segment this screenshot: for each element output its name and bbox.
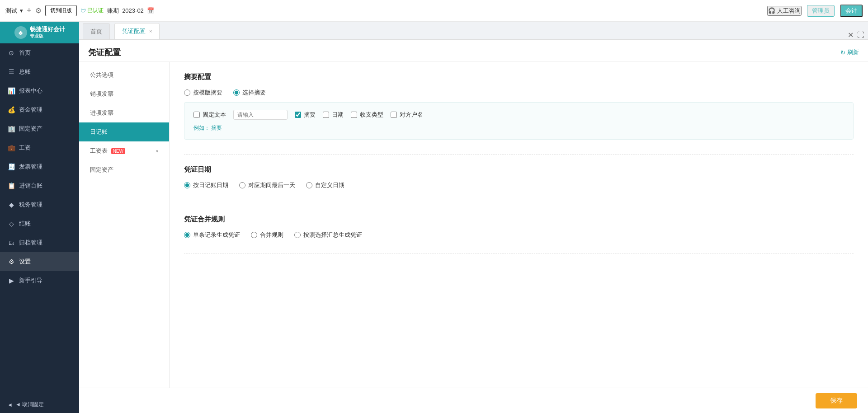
- radio-journal-date-input[interactable]: [184, 182, 190, 188]
- sidebar-item-fund[interactable]: 💰 资金管理: [0, 100, 79, 119]
- sidebar-item-settings[interactable]: ⚙ 设置: [0, 252, 79, 271]
- sidebar-item-invoice[interactable]: 🧾 发票管理: [0, 157, 79, 176]
- config-nav: 公共选项 销项发票 进项发票 日记账 工资表 NEW: [79, 62, 170, 388]
- radio-select-summary[interactable]: 按照选择汇总生成凭证: [294, 231, 362, 239]
- sidebar-item-guide[interactable]: ▶ 新手引导: [0, 271, 79, 290]
- logo-icon: ♣: [14, 26, 27, 39]
- invoice-icon: 🧾: [7, 163, 15, 170]
- voucher-merge-radio-group: 单条记录生成凭证 合并规则 按照选择汇总生成凭证: [184, 231, 854, 239]
- sidebar-item-label: 总账: [19, 68, 31, 76]
- radio-last-day[interactable]: 对应期间最后一天: [239, 181, 295, 189]
- cancel-fixed-button[interactable]: ◄ ◄ 取消固定: [0, 396, 79, 413]
- sidebar-item-ledger[interactable]: ☰ 总账: [0, 62, 79, 81]
- archive-icon: 🗂: [7, 239, 15, 246]
- sidebar-item-label: 结账: [19, 220, 31, 228]
- sidebar-item-home[interactable]: ⊙ 首页: [0, 43, 79, 62]
- sidebar-item-label: 报表中心: [19, 87, 42, 95]
- arrow-down-icon: ▾: [156, 149, 158, 154]
- checkbox-counterparty[interactable]: 对方户名: [391, 111, 423, 119]
- counterparty-checkbox[interactable]: [391, 112, 397, 118]
- sidebar-item-salary[interactable]: 💼 工资: [0, 138, 79, 157]
- fund-icon: 💰: [7, 106, 15, 113]
- summary-example: 例如： 摘要: [193, 124, 844, 132]
- config-nav-purchase-invoice[interactable]: 进项发票: [79, 103, 169, 122]
- radio-select-summary-input[interactable]: [294, 232, 301, 238]
- checkbox-fixed-text[interactable]: 固定文本: [193, 111, 226, 119]
- content-area: 首页 凭证配置 × ✕ ⛶ 凭证配置 ↻ 刷新: [79, 22, 868, 413]
- config-nav-public[interactable]: 公共选项: [79, 66, 169, 84]
- sidebar-item-sales[interactable]: 📋 进销台账: [0, 176, 79, 195]
- sidebar-item-label: 发票管理: [19, 163, 42, 171]
- sidebar-item-label: 固定资产: [19, 125, 42, 133]
- accountant-button[interactable]: 会计: [840, 5, 863, 17]
- refresh-icon: ↻: [840, 49, 845, 56]
- tax-icon: ◆: [7, 201, 15, 208]
- date-checkbox[interactable]: [323, 112, 329, 118]
- sidebar: ♣ 畅捷通好会计 专业版 ⊙ 首页 ☰ 总账 📊 报表中心 💰 资金管理: [0, 22, 79, 413]
- tab-close-icon[interactable]: ×: [149, 28, 152, 34]
- company-selector[interactable]: 测试 ▾: [5, 7, 23, 15]
- consult-button[interactable]: 🎧 人工咨询: [767, 6, 802, 16]
- radio-template-summary[interactable]: 按模版摘要: [184, 89, 222, 97]
- fixed-text-input[interactable]: [233, 110, 288, 120]
- income-type-checkbox[interactable]: [351, 112, 357, 118]
- summary-config-section: 摘要配置 按模版摘要 选择摘要: [184, 73, 854, 140]
- certified-badge: 🛡 已认证: [80, 7, 104, 14]
- old-version-button[interactable]: 切到旧版: [45, 5, 77, 16]
- radio-merge-rule[interactable]: 合并规则: [251, 231, 283, 239]
- voucher-date-radio-group: 按日记账日期 对应期间最后一天 自定义日期: [184, 181, 854, 189]
- sidebar-item-label: 工资: [19, 144, 31, 152]
- new-badge: NEW: [111, 148, 125, 154]
- sidebar-item-asset[interactable]: 🏢 固定资产: [0, 119, 79, 138]
- radio-merge-rule-input[interactable]: [251, 232, 257, 238]
- fullscreen-button[interactable]: ⛶: [857, 31, 864, 39]
- checkbox-income-type[interactable]: 收支类型: [351, 111, 383, 119]
- sidebar-scroll: ⊙ 首页 ☰ 总账 📊 报表中心 💰 资金管理 🏢 固定资产 💼 工资: [0, 43, 79, 396]
- radio-single[interactable]: 单条记录生成凭证: [184, 231, 240, 239]
- config-nav-fixed-assets[interactable]: 固定资产: [79, 160, 169, 179]
- checkbox-date[interactable]: 日期: [323, 111, 344, 119]
- close-account-icon: ◇: [7, 220, 15, 227]
- refresh-button[interactable]: ↻ 刷新: [840, 48, 859, 56]
- asset-icon: 🏢: [7, 125, 15, 132]
- save-button[interactable]: 保存: [816, 393, 857, 408]
- company-name: 测试: [5, 7, 17, 15]
- config-nav-sales-invoice[interactable]: 销项发票: [79, 84, 169, 103]
- radio-select-summary[interactable]: 选择摘要: [233, 89, 266, 97]
- manager-button[interactable]: 管理员: [807, 5, 835, 17]
- calendar-icon[interactable]: 📅: [147, 7, 154, 14]
- dropdown-icon[interactable]: ▾: [20, 7, 23, 14]
- tab-voucher-config[interactable]: 凭证配置 ×: [114, 23, 160, 39]
- sidebar-item-close[interactable]: ◇ 结账: [0, 214, 79, 233]
- settings-header-icon[interactable]: ⚙: [35, 6, 42, 15]
- sidebar-item-label: 资金管理: [19, 106, 42, 114]
- radio-journal-date[interactable]: 按日记账日期: [184, 181, 228, 189]
- add-button[interactable]: +: [27, 6, 32, 15]
- radio-custom-date[interactable]: 自定义日期: [306, 181, 344, 189]
- sidebar-item-label: 设置: [19, 258, 31, 266]
- summary-checkbox[interactable]: [295, 112, 301, 118]
- tab-home[interactable]: 首页: [83, 23, 110, 39]
- tab-home-label: 首页: [90, 28, 102, 36]
- checkbox-summary[interactable]: 摘要: [295, 111, 316, 119]
- sidebar-item-label: 进销台账: [19, 182, 42, 190]
- config-nav-payroll[interactable]: 工资表 NEW ▾: [79, 141, 169, 160]
- sales-icon: 📋: [7, 182, 15, 189]
- config-nav-journal[interactable]: 日记账: [79, 122, 169, 141]
- tab-voucher-config-label: 凭证配置: [122, 27, 146, 35]
- radio-single-input[interactable]: [184, 232, 190, 238]
- sidebar-item-archive[interactable]: 🗂 归档管理: [0, 233, 79, 252]
- page-content: 凭证配置 ↻ 刷新 公共选项 销项发票 进项发票: [79, 40, 868, 413]
- radio-select-input[interactable]: [233, 89, 240, 96]
- settings-icon: ⚙: [7, 258, 15, 265]
- sidebar-item-tax[interactable]: ◆ 税务管理: [0, 195, 79, 214]
- fixed-text-checkbox[interactable]: [193, 112, 200, 118]
- page-title: 凭证配置: [88, 47, 121, 58]
- sidebar-item-report[interactable]: 📊 报表中心: [0, 81, 79, 100]
- radio-custom-date-input[interactable]: [306, 182, 312, 188]
- divider-3: [184, 253, 854, 254]
- radio-last-day-input[interactable]: [239, 182, 245, 188]
- divider-2: [184, 204, 854, 204]
- close-window-button[interactable]: ✕: [848, 31, 854, 39]
- radio-template-input[interactable]: [184, 89, 190, 96]
